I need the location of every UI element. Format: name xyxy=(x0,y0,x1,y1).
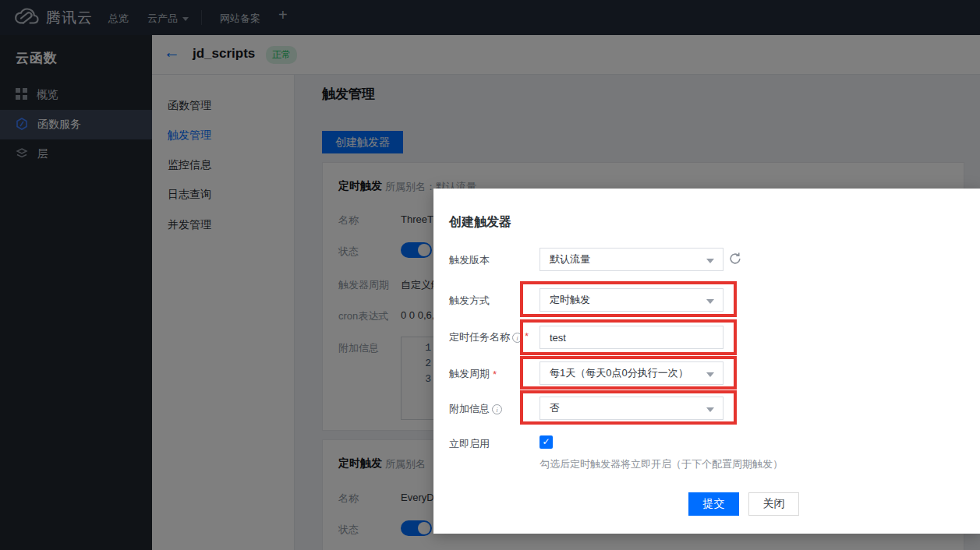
chevron-down-icon xyxy=(706,259,714,263)
method-select[interactable]: 定时触发 xyxy=(540,288,724,312)
submit-button[interactable]: 提交 xyxy=(688,492,739,516)
extra-info-label: 附加信息i xyxy=(449,402,502,416)
cycle-select-value: 每1天（每天0点0分执行一次） xyxy=(550,366,688,380)
refresh-icon[interactable] xyxy=(728,252,742,269)
info-icon: i xyxy=(492,404,502,414)
dialog-title: 创建触发器 xyxy=(449,214,511,231)
enable-now-label: 立即启用 xyxy=(449,437,490,451)
enable-now-checkbox-checked[interactable]: ✓ xyxy=(540,435,553,449)
task-name-input[interactable] xyxy=(540,326,724,349)
chevron-down-icon xyxy=(706,407,714,412)
close-button[interactable]: 关闭 xyxy=(748,492,799,516)
required-asterisk: * xyxy=(525,330,529,342)
method-select-value: 定时触发 xyxy=(550,293,590,307)
version-select-value: 默认流量 xyxy=(550,252,590,266)
version-label: 触发版本 xyxy=(449,253,490,267)
task-name-label: 定时任务名称i xyxy=(449,330,522,344)
extra-info-select-value: 否 xyxy=(550,401,560,415)
extra-info-select[interactable]: 否 xyxy=(540,397,724,420)
info-icon: i xyxy=(512,333,522,343)
chevron-down-icon xyxy=(706,372,714,377)
app-window: 腾讯云 总览 云产品 网站备案 + 云函数 概览 函数服务 层 xyxy=(0,0,980,550)
cycle-select[interactable]: 每1天（每天0点0分执行一次） xyxy=(540,361,724,385)
enable-now-help-text: 勾选后定时触发器将立即开启（于下个配置周期触发） xyxy=(540,457,783,471)
chevron-down-icon xyxy=(706,299,714,304)
create-trigger-dialog: 创建触发器 触发版本 默认流量 触发方式 定时触发 定时任务名称i * 触发周期… xyxy=(433,189,980,534)
cycle-label: 触发周期* xyxy=(449,367,497,381)
required-asterisk: * xyxy=(493,368,497,380)
version-select[interactable]: 默认流量 xyxy=(540,248,724,271)
method-label: 触发方式 xyxy=(449,294,490,308)
